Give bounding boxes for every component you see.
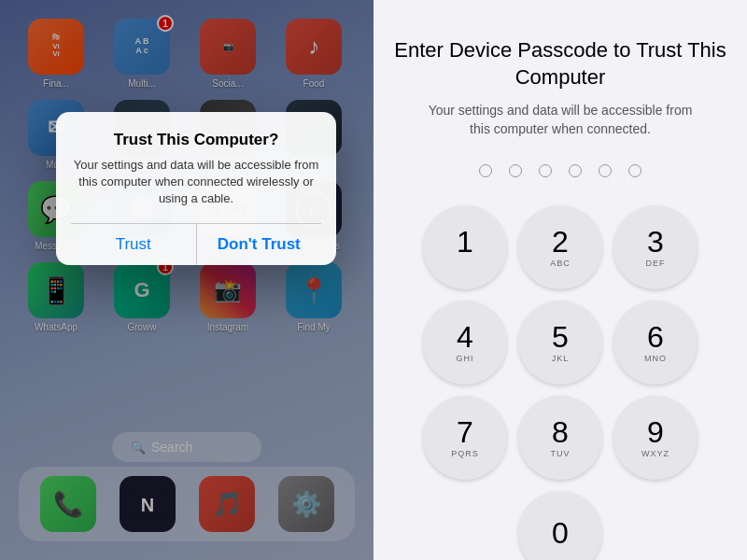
key-spacer-right: [613, 491, 698, 560]
key-9[interactable]: 9 WXYZ: [613, 396, 698, 480]
key-spacer-left: [423, 491, 507, 560]
passcode-dots: [479, 164, 641, 177]
dialog-overlay: [0, 0, 374, 560]
keypad: 1 2 ABC 3 DEF 4 GHI 5 JKL 6 MNO 7 PQRS: [423, 205, 698, 560]
dont-trust-button[interactable]: Don't Trust: [197, 224, 322, 265]
passcode-subtitle: Your settings and data will be accessibl…: [420, 102, 700, 138]
key-2[interactable]: 2 ABC: [518, 205, 602, 289]
passcode-dot-4: [569, 164, 582, 177]
trust-dialog-body: Your settings and data will be accessibl…: [71, 157, 321, 208]
passcode-title: Enter Device Passcode to Trust This Comp…: [392, 37, 728, 91]
key-4[interactable]: 4 GHI: [423, 301, 507, 385]
passcode-dot-6: [628, 164, 641, 177]
passcode-dot-2: [509, 164, 522, 177]
trust-button[interactable]: Trust: [71, 224, 197, 265]
key-6[interactable]: 6 MNO: [613, 301, 698, 385]
key-1[interactable]: 1: [423, 205, 507, 289]
key-0[interactable]: 0: [518, 491, 602, 560]
trust-dialog-buttons: Trust Don't Trust: [71, 223, 321, 265]
iphone-screen: फिViVi Fina... A BA c 1 Multi... 📷 Socia…: [0, 0, 374, 560]
passcode-dot-5: [599, 164, 612, 177]
key-5[interactable]: 5 JKL: [518, 301, 602, 385]
passcode-screen: Enter Device Passcode to Trust This Comp…: [374, 0, 747, 560]
key-3[interactable]: 3 DEF: [613, 205, 698, 289]
key-8[interactable]: 8 TUV: [518, 396, 602, 480]
key-7[interactable]: 7 PQRS: [423, 396, 507, 480]
trust-dialog: Trust This Computer? Your settings and d…: [56, 112, 336, 265]
passcode-dot-3: [539, 164, 552, 177]
trust-dialog-title: Trust This Computer?: [71, 131, 321, 149]
passcode-dot-1: [479, 164, 492, 177]
